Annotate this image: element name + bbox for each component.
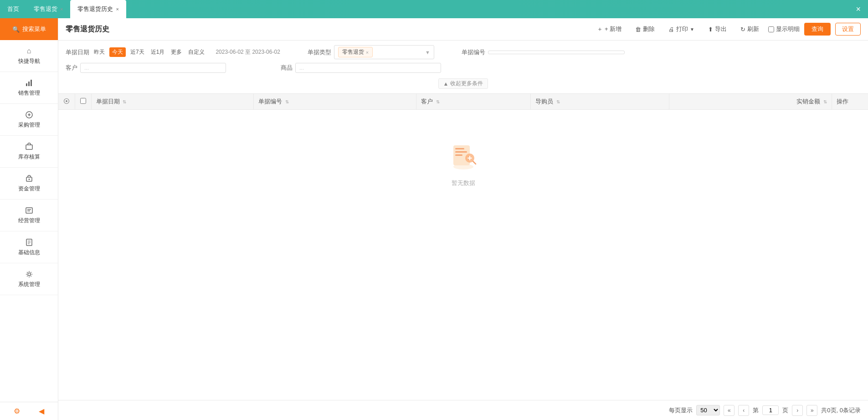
add-button[interactable]: ＋ + 新增: [592, 23, 626, 35]
show-detail-label: 显示明细: [776, 25, 800, 33]
sidebar-item-system-mgmt[interactable]: 系统管理: [0, 263, 58, 295]
th-bill-no[interactable]: 单据编号 ⇅: [254, 94, 416, 110]
refresh-button[interactable]: ↻ 刷新: [736, 23, 764, 35]
operations-icon: [25, 206, 34, 215]
main-layout: 🔍 搜索菜单 ⌂ 快捷导航 销售管理 采购管理: [0, 18, 868, 420]
bill-type-tag-label: 零售退货: [342, 48, 364, 56]
show-detail-checkbox[interactable]: [768, 26, 774, 32]
th-action: 操作: [832, 94, 868, 110]
first-page-button[interactable]: «: [724, 405, 734, 416]
finance-icon: [25, 174, 34, 183]
bill-type-tag-remove[interactable]: ×: [366, 50, 369, 55]
topbar: 首页 零售退货 × 零售退货历史 × ×: [0, 0, 868, 18]
th-guide-label: 导购员: [535, 98, 553, 105]
export-icon: ⬆: [708, 26, 713, 33]
filter-customer: 客户 ...: [66, 63, 226, 73]
query-button[interactable]: 查询: [804, 23, 831, 36]
last-page-icon: »: [811, 407, 814, 414]
toolbar: ＋ + 新增 🗑 删除 🖨 打印 ▼ ⬆ 导出 ↻: [592, 23, 861, 36]
sidebar-item-finance-label: 资金管理: [18, 185, 40, 193]
content-header: 零售退货历史 ＋ + 新增 🗑 删除 🖨 打印 ▼ ⬆ 导出: [58, 18, 868, 41]
shortcut-yesterday[interactable]: 昨天: [92, 47, 107, 57]
tab-retail-return-close[interactable]: ×: [60, 6, 63, 12]
print-button[interactable]: 🖨 打印 ▼: [664, 23, 699, 35]
th-amount-sort: ⇅: [823, 99, 827, 104]
collapse-sidebar-icon[interactable]: ◀: [39, 407, 44, 415]
tab-retail-return-history-close[interactable]: ×: [116, 6, 118, 12]
goods-placeholder: ...: [299, 65, 304, 71]
refresh-label: 刷新: [747, 25, 759, 33]
sidebar-item-purchase-mgmt[interactable]: 采购管理: [0, 104, 58, 136]
customer-label: 客户: [66, 64, 77, 72]
settings-bottom-icon[interactable]: ⚙: [14, 407, 20, 415]
add-label: + 新增: [605, 25, 621, 33]
th-date[interactable]: 单据日期 ⇅: [91, 94, 254, 110]
sidebar-item-basic-info-label: 基础信息: [18, 249, 40, 256]
filter-row-1: 单据日期 昨天 今天 近7天 近1月 更多 自定义 2023-06-02 至 2…: [66, 45, 861, 59]
collapse-button[interactable]: ▲ 收起更多条件: [438, 78, 488, 89]
page-number-input[interactable]: [762, 405, 779, 415]
shortcut-1month[interactable]: 近1月: [149, 47, 167, 57]
prev-page-button[interactable]: ‹: [738, 405, 749, 416]
window-close-button[interactable]: ×: [848, 5, 868, 14]
total-info: 共0页, 0条记录: [821, 406, 861, 415]
sidebar-item-inventory[interactable]: 库存核算: [0, 136, 58, 168]
th-guide[interactable]: 导购员 ⇅: [530, 94, 669, 110]
svg-rect-7: [26, 208, 32, 213]
export-button[interactable]: ⬆ 导出: [704, 23, 731, 35]
tab-home[interactable]: 首页: [0, 0, 26, 18]
bill-type-tag: 零售退货 ×: [338, 47, 373, 57]
pagination-bar: 每页显示 50 100 200 « ‹ 第 页 › » 共0页, 0条记录: [58, 400, 868, 420]
customer-input-wrap[interactable]: ...: [80, 63, 226, 73]
first-page-icon: «: [728, 407, 731, 414]
last-page-button[interactable]: »: [806, 405, 817, 416]
filter-goods: 商品 ...: [281, 63, 441, 73]
page-title: 零售退货历史: [66, 25, 109, 34]
shortcut-7days[interactable]: 近7天: [128, 47, 146, 57]
bill-no-label: 单据编号: [462, 48, 485, 56]
table-area: 单据日期 ⇅ 单据编号 ⇅ 客户 ⇅ 导购员 ⇅: [58, 94, 868, 400]
settings-label: 设置: [842, 26, 854, 32]
select-all-checkbox[interactable]: [80, 98, 86, 104]
bill-no-input-wrap[interactable]: [488, 51, 625, 54]
goods-input-wrap[interactable]: ...: [295, 63, 441, 73]
system-icon: [25, 270, 34, 279]
sidebar-item-operations[interactable]: 经营管理: [0, 200, 58, 231]
sidebar-item-finance[interactable]: 资金管理: [0, 168, 58, 200]
tab-retail-return[interactable]: 零售退货 ×: [26, 0, 70, 18]
shortcut-custom[interactable]: 自定义: [186, 47, 206, 57]
refresh-icon: ↻: [740, 26, 745, 33]
sidebar-item-quick-nav[interactable]: ⌂ 快捷导航: [0, 40, 58, 72]
svg-rect-16: [455, 154, 462, 156]
customer-placeholder: ...: [84, 65, 89, 71]
th-amount[interactable]: 实销金额 ⇅: [669, 94, 832, 110]
sidebar-search-label: 搜索菜单: [22, 25, 46, 33]
page-size-label: 每页显示: [669, 406, 693, 415]
sidebar: 🔍 搜索菜单 ⌂ 快捷导航 销售管理 采购管理: [0, 18, 58, 420]
th-settings[interactable]: [58, 94, 75, 110]
topbar-tabs: 首页 零售退货 × 零售退货历史 ×: [0, 0, 848, 18]
th-customer-sort: ⇅: [436, 99, 440, 104]
th-customer-label: 客户: [421, 98, 433, 105]
sidebar-search[interactable]: 🔍 搜索菜单: [0, 18, 58, 40]
svg-rect-14: [455, 148, 464, 149]
delete-button[interactable]: 🗑 删除: [631, 23, 659, 35]
sidebar-item-basic-info[interactable]: 基础信息: [0, 231, 58, 263]
sidebar-menu: ⌂ 快捷导航 销售管理 采购管理 库存核算: [0, 40, 58, 402]
sidebar-item-sales-mgmt[interactable]: 销售管理: [0, 72, 58, 104]
tab-retail-return-history[interactable]: 零售退货历史 ×: [70, 0, 126, 18]
date-shortcuts: 昨天 今天 近7天 近1月 更多 自定义: [92, 47, 206, 57]
print-label: 打印: [676, 25, 688, 33]
sidebar-item-inventory-label: 库存核算: [18, 153, 40, 161]
th-customer[interactable]: 客户 ⇅: [416, 94, 531, 110]
bill-type-dropdown[interactable]: 零售退货 × ▼: [334, 45, 434, 59]
settings-button[interactable]: 设置: [835, 23, 861, 36]
purchase-icon: [25, 110, 34, 119]
shortcut-today[interactable]: 今天: [109, 47, 126, 57]
filter-row-2: 客户 ... 商品 ...: [66, 63, 861, 73]
th-checkbox[interactable]: [75, 94, 91, 110]
next-page-button[interactable]: ›: [792, 405, 803, 416]
collapse-label: 收起更多条件: [450, 80, 483, 87]
page-size-select[interactable]: 50 100 200: [696, 405, 720, 415]
shortcut-more[interactable]: 更多: [169, 47, 184, 57]
